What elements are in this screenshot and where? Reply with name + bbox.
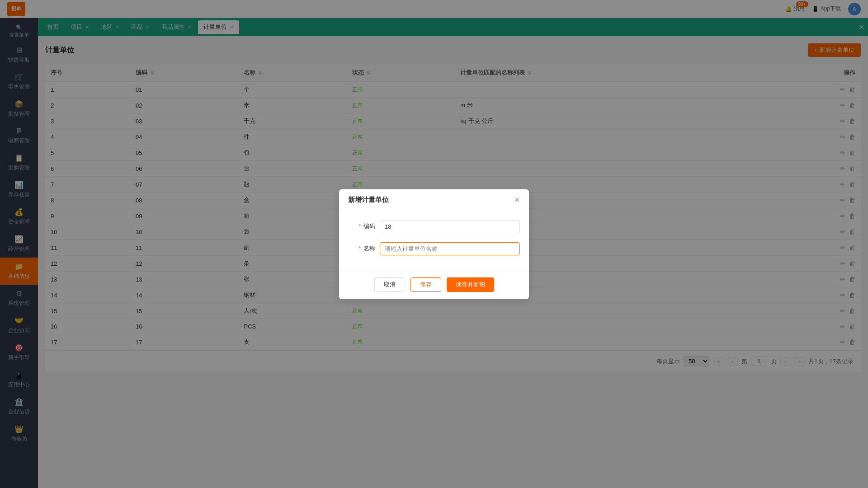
dialog-body: * 编码 * 名称 [339,209,529,272]
dialog-footer: 取消 保存 保存并新增 [339,272,529,299]
form-row-code: * 编码 [348,220,520,233]
save-button[interactable]: 保存 [410,277,441,292]
dialog-close-button[interactable]: ✕ [514,196,520,204]
cancel-button[interactable]: 取消 [374,277,405,292]
required-mark: * [359,223,361,230]
name-label: * 名称 [348,244,375,253]
save-new-button[interactable]: 保存并新增 [447,277,494,292]
form-row-name: * 名称 [348,242,520,255]
required-mark-name: * [359,245,361,252]
name-input[interactable] [380,242,520,255]
dialog-title: 新增计量单位 [348,196,389,204]
modal-overlay: 新增计量单位 ✕ * 编码 * 名称 取消 保存 保存并新增 [0,0,868,488]
dialog-header: 新增计量单位 ✕ [339,189,529,209]
code-label: * 编码 [348,222,375,230]
code-input[interactable] [380,220,520,233]
add-unit-dialog: 新增计量单位 ✕ * 编码 * 名称 取消 保存 保存并新增 [339,189,529,299]
